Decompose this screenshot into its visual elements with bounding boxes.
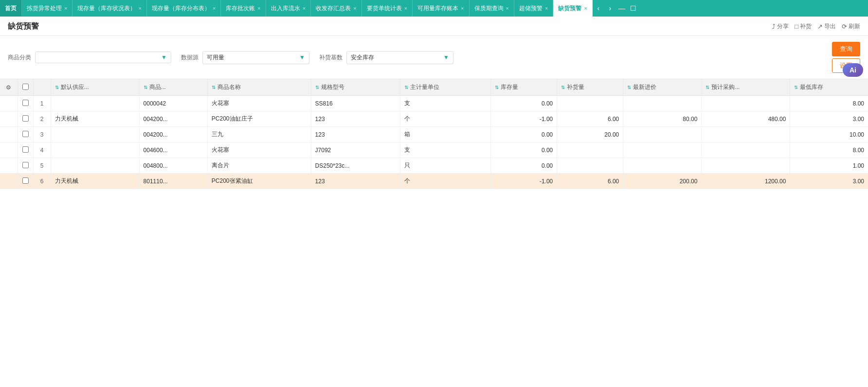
td-name-2: 三九 xyxy=(207,127,311,142)
td-checkbox-2[interactable] xyxy=(18,127,33,142)
tab-flow[interactable]: 出入库流水 × xyxy=(266,0,311,17)
th-stock-qty[interactable]: ⇅ 库存量 xyxy=(491,79,557,96)
th-product-name[interactable]: ⇅ 商品名称 xyxy=(207,79,311,96)
tab-flow-close[interactable]: × xyxy=(303,5,306,11)
refresh-label: 刷新 xyxy=(849,22,860,31)
row-checkbox-4[interactable] xyxy=(22,162,29,168)
td-price-1: 80.00 xyxy=(623,111,702,127)
datasource-select[interactable]: 可用量 ▼ xyxy=(202,51,309,64)
td-gear-0 xyxy=(0,96,18,111)
tab-shortage-close[interactable]: × xyxy=(584,5,587,11)
tab-avail-close[interactable]: × xyxy=(461,5,464,11)
td-estimated-2 xyxy=(702,127,790,142)
th-spec[interactable]: ⇅ 规格型号 xyxy=(311,79,400,96)
td-checkbox-3[interactable] xyxy=(18,142,33,158)
td-spec-3: J7092 xyxy=(311,142,400,158)
td-checkbox-4[interactable] xyxy=(18,158,33,174)
tab-expire-close[interactable]: × xyxy=(506,5,509,11)
td-gear-4 xyxy=(0,158,18,174)
th-default-supplier[interactable]: ⇅ 默认供应... xyxy=(51,79,139,96)
th-checkbox[interactable] xyxy=(18,79,33,96)
tab-shortage[interactable]: 缺货预警 × xyxy=(553,0,592,17)
td-rownum-1: 2 xyxy=(33,111,51,127)
query-button[interactable]: 查询 xyxy=(832,42,860,56)
tab-summary[interactable]: 收发存汇总表 × xyxy=(311,0,362,17)
td-checkbox-1[interactable] xyxy=(18,111,33,127)
td-gear-2 xyxy=(0,127,18,142)
tab-stock2-close[interactable]: × xyxy=(213,5,216,11)
tab-demand-close[interactable]: × xyxy=(404,5,407,11)
sort-icon-min: ⇅ xyxy=(794,85,798,90)
row-checkbox-5[interactable] xyxy=(22,177,29,184)
tab-minimize-btn[interactable]: — xyxy=(616,0,628,17)
td-estimated-1: 480.00 xyxy=(702,111,790,127)
td-name-3: 火花塞 xyxy=(207,142,311,158)
row-checkbox-0[interactable] xyxy=(22,100,29,106)
tab-batch[interactable]: 库存批次账 × xyxy=(221,0,266,17)
tab-prev-btn[interactable]: ‹ xyxy=(593,0,604,17)
export-label: 导出 xyxy=(824,22,836,31)
td-gear-1 xyxy=(0,111,18,127)
row-checkbox-2[interactable] xyxy=(22,131,29,137)
category-select[interactable]: ▼ xyxy=(35,52,171,63)
tab-pick-label: 拣货异常处理 xyxy=(27,4,62,13)
table-row: 4 004600... 火花塞 J7092 支 0.00 8.00 xyxy=(0,142,868,158)
filter-bar: 商品分类 ▼ 数据源 可用量 ▼ 补货基数 安全库存 ▼ 查询 设置 xyxy=(0,36,868,79)
tab-overstock-label: 超储预警 xyxy=(519,4,542,13)
tab-home[interactable]: 首页 xyxy=(0,0,22,17)
th-stock-label: 库存量 xyxy=(501,83,518,91)
page-content: 缺货预警 ⤴ 分享 □ 补货 ↗ 导出 ⟳ 刷新 商品分类 xyxy=(0,17,868,387)
td-checkbox-5[interactable] xyxy=(18,174,33,189)
select-all-checkbox[interactable] xyxy=(22,84,29,90)
tab-home-label: 首页 xyxy=(5,4,17,13)
replenish-button[interactable]: □ 补货 xyxy=(795,22,812,31)
th-latest-price[interactable]: ⇅ 最新进价 xyxy=(623,79,702,96)
th-min-stock[interactable]: ⇅ 最低库存 xyxy=(790,79,868,96)
datasource-filter-group: 数据源 可用量 ▼ xyxy=(181,51,309,64)
td-replenish-3 xyxy=(557,142,623,158)
ai-button[interactable]: Ai xyxy=(843,63,863,77)
replenish-basis-select[interactable]: 安全库存 ▼ xyxy=(346,51,453,64)
td-supplier-2 xyxy=(51,127,139,142)
tab-pick-close[interactable]: × xyxy=(64,5,67,11)
td-estimated-3 xyxy=(702,142,790,158)
tab-overstock[interactable]: 超储预警 × xyxy=(514,0,553,17)
sort-icon-code: ⇅ xyxy=(144,85,147,90)
th-unit[interactable]: ⇅ 主计量单位 xyxy=(400,79,491,96)
tab-maximize-btn[interactable]: ☐ xyxy=(628,0,639,17)
export-button[interactable]: ↗ 导出 xyxy=(817,22,836,31)
tab-pick[interactable]: 拣货异常处理 × xyxy=(22,0,72,17)
tab-stock1[interactable]: 现存量（库存状况表） × xyxy=(72,0,146,17)
tab-overstock-close[interactable]: × xyxy=(545,5,548,11)
th-estimated-purchase[interactable]: ⇅ 预计采购... xyxy=(702,79,790,96)
td-supplier-1: 力天机械 xyxy=(51,111,139,127)
td-code-1: 004200... xyxy=(139,111,207,127)
th-spec-label: 规格型号 xyxy=(321,83,344,91)
tab-summary-close[interactable]: × xyxy=(353,5,356,11)
share-button[interactable]: ⤴ 分享 xyxy=(772,22,789,31)
td-unit-5: 个 xyxy=(400,174,491,189)
th-replenish-qty[interactable]: ⇅ 补货量 xyxy=(557,79,623,96)
td-name-0: 火花塞 xyxy=(207,96,311,111)
td-supplier-3 xyxy=(51,142,139,158)
tab-stock1-close[interactable]: × xyxy=(138,5,141,11)
tab-batch-close[interactable]: × xyxy=(257,5,260,11)
replenish-basis-filter-group: 补货基数 安全库存 ▼ xyxy=(319,51,453,64)
th-gear[interactable]: ⚙ xyxy=(0,79,18,96)
td-estimated-5: 1200.00 xyxy=(702,174,790,189)
row-checkbox-1[interactable] xyxy=(22,115,29,122)
tab-avail[interactable]: 可用量库存账本 × xyxy=(413,0,469,17)
td-replenish-2: 20.00 xyxy=(557,127,623,142)
td-rownum-2: 3 xyxy=(33,127,51,142)
replenish-icon: □ xyxy=(795,23,798,30)
th-product-code[interactable]: ⇅ 商品... xyxy=(139,79,207,96)
tab-next-btn[interactable]: › xyxy=(604,0,616,17)
refresh-button[interactable]: ⟳ 刷新 xyxy=(842,22,860,31)
tab-demand[interactable]: 要货单统计表 × xyxy=(362,0,413,17)
row-checkbox-3[interactable] xyxy=(22,146,29,153)
td-code-2: 004200... xyxy=(139,127,207,142)
tab-expire[interactable]: 保质期查询 × xyxy=(470,0,514,17)
tab-stock2[interactable]: 现存量（库存分布表） × xyxy=(147,0,221,17)
td-minstock-5: 3.00 xyxy=(790,174,868,189)
td-checkbox-0[interactable] xyxy=(18,96,33,111)
